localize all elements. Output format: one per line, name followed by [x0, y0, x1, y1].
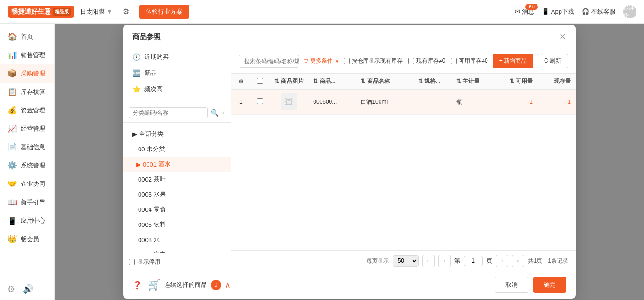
sidebar-item-guide[interactable]: 📖 新手引导: [0, 193, 54, 211]
collapse-panel-btn[interactable]: «: [222, 108, 225, 117]
table-row[interactable]: 1 🖼: [231, 90, 576, 115]
col-header-stock[interactable]: 现存量: [537, 74, 576, 90]
row-spec: [413, 90, 452, 115]
app-download-btn[interactable]: 📱 App下载: [542, 8, 574, 16]
settings-gear-icon[interactable]: ⚙: [8, 284, 15, 294]
recent-purchase-item[interactable]: 🕐 近期购买: [127, 49, 227, 65]
store-selector[interactable]: 日太阳膜 ▼: [80, 8, 113, 16]
sidebar-item-finance[interactable]: 💰 资金管理: [0, 101, 54, 119]
col-header-name[interactable]: ⇅ 商品名称: [356, 74, 413, 90]
category-beverage-name: 饮料: [154, 220, 166, 229]
more-filter-button[interactable]: ▽ 更多条件 ∧: [304, 57, 339, 65]
category-appliance[interactable]: 0010 家电: [123, 247, 231, 253]
avail-not-zero-checkbox-label[interactable]: 可用库存≠0: [451, 57, 487, 65]
category-liquor[interactable]: ▶ 0001 酒水: [123, 157, 231, 172]
col-header-checkbox[interactable]: [250, 74, 269, 90]
frequent-item[interactable]: ⭐ 频次高: [127, 81, 227, 97]
guide-icon: 📖: [8, 198, 17, 207]
online-service-btn[interactable]: 🎧 在线客服: [582, 8, 616, 16]
col-header-settings[interactable]: ⚙: [231, 74, 250, 90]
sidebar-item-app-center[interactable]: 📱 应用中心: [0, 211, 54, 230]
help-icon[interactable]: ❓: [132, 281, 142, 290]
cart-icon[interactable]: 🛒: [148, 279, 160, 291]
confirm-button[interactable]: 确定: [533, 277, 566, 293]
row-code: 000600...: [308, 90, 356, 115]
page-number-input[interactable]: [464, 256, 483, 266]
modal-body: 🕐 近期购买 🆕 新品 ⭐ 频次高: [123, 49, 576, 271]
first-page-button[interactable]: «: [422, 255, 435, 267]
warehouse-checkbox-text: 按仓库显示现有库存: [352, 57, 403, 65]
sidebar-item-sales[interactable]: 📊 销售管理: [0, 46, 54, 64]
row-checkbox-cell[interactable]: [250, 90, 269, 115]
volume-icon[interactable]: 🔊: [23, 284, 33, 294]
sidebar-label-app-center: 应用中心: [21, 217, 45, 225]
refresh-button[interactable]: C 刷新: [537, 54, 568, 68]
avatar[interactable]: 徐泽华: [623, 5, 636, 18]
row-name: 白酒100ml: [356, 90, 413, 115]
col-header-unit[interactable]: ⇅ 主计量: [452, 74, 490, 90]
col-image-sort-icon: ⇅: [274, 78, 279, 84]
system-icon: ⚙️: [8, 161, 17, 170]
inventory-icon: 📋: [8, 87, 17, 96]
category-tea[interactable]: 0002 茶叶: [123, 172, 231, 187]
category-search-icon[interactable]: 🔍: [211, 109, 219, 117]
page-size-select[interactable]: 20 50 100: [393, 255, 419, 267]
category-tea-code: 0002: [138, 176, 152, 183]
sidebar-item-enterprise[interactable]: 🤝 企业协同: [0, 175, 54, 193]
table-settings-icon[interactable]: ⚙: [239, 78, 244, 85]
sidebar-item-home[interactable]: 🏠 首页: [0, 27, 54, 46]
category-snack-name: 零食: [154, 205, 166, 214]
add-product-button[interactable]: + 新增商品: [493, 54, 533, 68]
select-all-checkbox[interactable]: [257, 78, 263, 84]
sidebar-label-member: 畅会员: [21, 235, 39, 243]
warehouse-checkbox[interactable]: [344, 58, 350, 64]
sidebar-item-purchase[interactable]: 📦 采购管理: [0, 64, 54, 83]
finance-icon: 💰: [8, 106, 17, 115]
category-all[interactable]: ▶ 全部分类: [123, 126, 231, 142]
expand-all-icon: ▶: [132, 131, 137, 138]
category-beverage[interactable]: 0005 饮料: [123, 217, 231, 232]
warehouse-checkbox-label[interactable]: 按仓库显示现有库存: [344, 57, 403, 65]
col-header-code[interactable]: ⇅ 商品...: [308, 74, 356, 90]
product-search-input[interactable]: [239, 56, 299, 67]
cart-collapse-icon[interactable]: ∧: [225, 281, 231, 290]
category-water[interactable]: 0008 水: [123, 232, 231, 247]
next-page-button[interactable]: ›: [496, 255, 508, 267]
category-snack[interactable]: 0004 零食: [123, 202, 231, 217]
avail-not-zero-checkbox[interactable]: [451, 58, 457, 64]
modal-header: 商品参照 ✕: [123, 25, 576, 49]
product-table-container: ⚙ ⇅ 商品图片: [231, 74, 576, 250]
col-header-image[interactable]: ⇅ 商品图片: [270, 74, 308, 90]
sidebar-item-basic-info[interactable]: 📄 基础信息: [0, 138, 54, 156]
category-search: 🔍 «: [123, 103, 231, 123]
total-pages-info: 共1页，1条记录: [528, 257, 568, 265]
col-name-label: 商品名称: [367, 78, 390, 84]
trial-button[interactable]: 体验行业方案: [139, 5, 189, 19]
prev-page-button[interactable]: ‹: [438, 255, 451, 267]
sidebar-item-member[interactable]: 👑 畅会员: [0, 230, 54, 248]
category-fruit[interactable]: 0003 水果: [123, 187, 231, 202]
col-name-sort-icon: ⇅: [361, 78, 365, 84]
modal-close-button[interactable]: ✕: [559, 32, 566, 42]
settings-icon[interactable]: ⚙: [118, 4, 133, 19]
sidebar-item-system[interactable]: ⚙️ 系统管理: [0, 156, 54, 175]
show-disabled-checkbox[interactable]: [129, 259, 135, 265]
logo-text: 畅捷通好生意: [11, 8, 51, 16]
stock-not-zero-checkbox-label[interactable]: 现有库存≠0: [408, 57, 445, 65]
col-header-avail[interactable]: ⇅ 可用量: [490, 74, 537, 90]
row-unit: 瓶: [452, 90, 490, 115]
category-search-input[interactable]: [129, 107, 208, 118]
category-unclassified[interactable]: 00 未分类: [123, 142, 231, 157]
sidebar-item-inventory[interactable]: 📋 库存核算: [0, 83, 54, 101]
stock-not-zero-checkbox[interactable]: [408, 58, 414, 64]
row-checkbox[interactable]: [257, 98, 263, 104]
modal-right-panel: 🔍 ▽ 更多条件 ∧ 按仓库显示现有库存: [231, 49, 576, 271]
new-product-item[interactable]: 🆕 新品: [127, 65, 227, 81]
col-spec-label: 规格...: [424, 78, 440, 84]
col-header-spec[interactable]: ⇅ 规格...: [413, 74, 452, 90]
message-btn[interactable]: ✉ 消息 99+: [515, 8, 534, 16]
cancel-button[interactable]: 取消: [495, 277, 528, 293]
sidebar-item-management[interactable]: 📈 经营管理: [0, 119, 54, 138]
sidebar-label-finance: 资金管理: [21, 106, 45, 115]
last-page-button[interactable]: »: [512, 255, 524, 267]
